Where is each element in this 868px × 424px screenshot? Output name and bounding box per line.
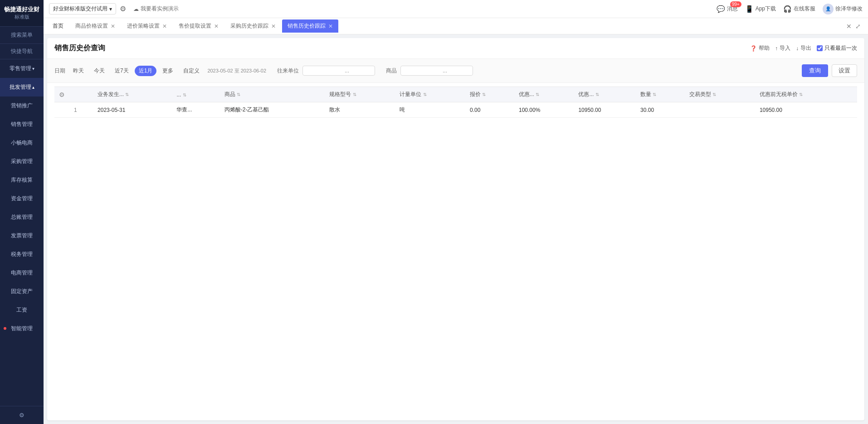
settings-btn[interactable]: 设置: [832, 64, 857, 77]
sidebar-settings-btn[interactable]: ⚙: [0, 406, 44, 424]
retail-arrow-icon: ▾: [32, 66, 34, 71]
app-title: 畅捷通好业财: [4, 5, 40, 14]
table-header-row: ⚙ 业务发生... ⇅ ... ⇅ 商品 ⇅: [54, 87, 857, 102]
th-discount-price[interactable]: 优惠... ⇅: [574, 87, 636, 102]
product-input[interactable]: [405, 67, 441, 74]
import-btn[interactable]: ↑ 导入: [775, 44, 790, 52]
th-col3[interactable]: ... ⇅: [172, 87, 219, 102]
th-discount-rate[interactable]: 优惠... ⇅: [514, 87, 574, 102]
th-product[interactable]: 商品 ⇅: [220, 87, 325, 102]
tab-sales-history-close-icon[interactable]: ✕: [328, 23, 333, 29]
product-ellipsis-btn[interactable]: ...: [443, 67, 447, 74]
th-discount-rate-label: 优惠...: [519, 91, 534, 97]
th-spec[interactable]: 规格型号 ⇅: [325, 87, 395, 102]
row-seq: 1: [69, 102, 93, 118]
help-btn[interactable]: ❓ 帮助: [750, 44, 770, 52]
sidebar-item-finance[interactable]: 资金管理: [0, 189, 44, 208]
export-btn[interactable]: ↓ 导出: [796, 44, 811, 52]
app-download-btn[interactable]: 📱 App下载: [745, 5, 776, 13]
th-trade-type-sort-icon: ⇅: [712, 92, 716, 97]
row-spec: 散水: [325, 102, 395, 118]
last-only-checkbox[interactable]: [817, 45, 823, 51]
th-unit[interactable]: 计量单位 ⇅: [395, 87, 465, 102]
sidebar-item-smart[interactable]: 智能管理: [0, 319, 44, 338]
tab-home[interactable]: 首页: [47, 19, 69, 33]
date-btn-yesterday[interactable]: 昨天: [69, 66, 88, 76]
query-btn[interactable]: 查询: [802, 64, 828, 77]
source-unit-input[interactable]: [307, 67, 343, 74]
date-btn-last7[interactable]: 近7天: [111, 66, 133, 76]
th-biz-date[interactable]: 业务发生... ⇅: [93, 87, 172, 102]
tab-home-label: 首页: [53, 22, 63, 30]
import-label: 导入: [780, 44, 790, 52]
topbar-right: 💬 消息 99+ 📱 App下载 🎧 在线客服 👤 徐泽华修改: [717, 4, 863, 14]
tab-price-setting-close-icon[interactable]: ✕: [111, 23, 115, 29]
table-header: ⚙ 业务发生... ⇅ ... ⇅ 商品 ⇅: [54, 87, 857, 102]
product-label: 商品: [386, 67, 397, 75]
user-name: 徐泽华修改: [835, 5, 863, 13]
th-biz-date-sort-icon: ⇅: [125, 92, 129, 97]
online-service-btn[interactable]: 🎧 在线客服: [783, 5, 815, 13]
last-only-checkbox-wrap[interactable]: 只看最后一次: [817, 44, 857, 52]
tab-purchase-history-close-icon[interactable]: ✕: [271, 23, 276, 29]
date-btn-custom[interactable]: 自定义: [179, 66, 204, 76]
window-close-btn[interactable]: ✕: [846, 23, 852, 30]
th-quantity[interactable]: 数量 ⇅: [636, 87, 685, 102]
sidebar-item-retail[interactable]: 零售管理 ▾: [0, 59, 44, 78]
sidebar-search[interactable]: 搜索菜单: [0, 27, 44, 44]
sidebar-item-marketing[interactable]: 营销推广: [0, 96, 44, 115]
th-trade-type[interactable]: 交易类型 ⇅: [685, 87, 755, 102]
tab-purchase-strategy[interactable]: 进价策略设置 ✕: [122, 19, 172, 33]
row-unit: 吨: [395, 102, 465, 118]
tabbar: 首页 商品价格设置 ✕ 进价策略设置 ✕ 售价提取设置 ✕ 采购历史价跟踪 ✕ …: [44, 18, 868, 34]
source-unit-input-wrap[interactable]: ...: [302, 66, 375, 76]
date-filter-group: 日期 昨天 今天 近7天 近1月 更多 自定义 2023-05-02 至 202…: [54, 66, 266, 76]
page-actions: ❓ 帮助 ↑ 导入 ↓ 导出 只看最后一次: [750, 44, 857, 52]
date-btn-today[interactable]: 今天: [90, 66, 109, 76]
table-row[interactable]: 1 2023-05-31 华查... 丙烯酸-2-乙基己酯 散水 吨 0.00 …: [54, 102, 857, 118]
version-select[interactable]: 好业财标准版交付试用 ▾: [49, 3, 116, 14]
date-btn-last-month[interactable]: 近1月: [135, 66, 157, 76]
app-subtitle: 标准版: [4, 14, 40, 20]
sidebar-item-ecommerce-small[interactable]: 小畅电商: [0, 134, 44, 152]
sidebar-item-invoice[interactable]: 发票管理: [0, 226, 44, 245]
sidebar-item-tax[interactable]: 税务管理: [0, 245, 44, 264]
th-list-price[interactable]: 报价 ⇅: [465, 87, 514, 102]
sidebar-item-wholesale[interactable]: 批发管理 ▴: [0, 78, 44, 96]
th-pretax-price[interactable]: 优惠前无税单价 ⇅: [755, 87, 857, 102]
tab-price-extract-close-icon[interactable]: ✕: [214, 23, 219, 29]
version-select-arrow-icon: ▾: [109, 6, 112, 12]
tab-purchase-strategy-close-icon[interactable]: ✕: [162, 23, 167, 29]
online-service-label: 在线客服: [794, 5, 815, 13]
sidebar-item-fixed-assets[interactable]: 固定资产: [0, 282, 44, 301]
sidebar-quick-nav[interactable]: 快捷导航: [0, 44, 44, 59]
window-controls: ✕ ⤢: [843, 23, 864, 30]
messages-btn[interactable]: 💬 消息 99+: [717, 5, 738, 13]
tab-purchase-history[interactable]: 采购历史价跟踪 ✕: [225, 19, 281, 33]
window-maximize-btn[interactable]: ⤢: [855, 23, 861, 30]
source-unit-ellipsis-btn[interactable]: ...: [345, 67, 349, 74]
date-btn-more[interactable]: 更多: [158, 66, 177, 76]
row-biz-date: 2023-05-31: [93, 102, 172, 118]
product-input-wrap[interactable]: ...: [400, 66, 473, 76]
sidebar-item-general-ledger[interactable]: 总账管理: [0, 208, 44, 226]
tab-sales-history[interactable]: 销售历史价跟踪 ✕: [282, 19, 338, 33]
row-col3: 华查...: [172, 102, 219, 118]
column-settings-icon[interactable]: ⚙: [59, 91, 65, 98]
sidebar-item-salary[interactable]: 工资: [0, 301, 44, 319]
row-discount-rate: 100.00%: [514, 102, 574, 118]
cloud-icon: ☁: [133, 6, 139, 12]
page-header: 销售历史价查询 ❓ 帮助 ↑ 导入 ↓ 导出 只看最后一次: [47, 38, 864, 59]
topbar-settings-btn[interactable]: ⚙: [120, 5, 126, 13]
tab-price-setting[interactable]: 商品价格设置 ✕: [70, 19, 121, 33]
demo-btn[interactable]: ☁ 我要看实例演示: [133, 5, 179, 13]
search-bar: 日期 昨天 今天 近7天 近1月 更多 自定义 2023-05-02 至 202…: [47, 59, 864, 83]
sidebar-item-ecommerce[interactable]: 电商管理: [0, 264, 44, 282]
tab-price-extract[interactable]: 售价提取设置 ✕: [173, 19, 224, 33]
demo-label: 我要看实例演示: [141, 5, 179, 13]
date-options: 昨天 今天 近7天 近1月 更多 自定义: [69, 66, 204, 76]
sidebar-item-inventory[interactable]: 库存核算: [0, 171, 44, 189]
user-btn[interactable]: 👤 徐泽华修改: [823, 4, 863, 14]
sidebar-item-purchase[interactable]: 采购管理: [0, 152, 44, 171]
sidebar-item-sales[interactable]: 销售管理: [0, 115, 44, 134]
